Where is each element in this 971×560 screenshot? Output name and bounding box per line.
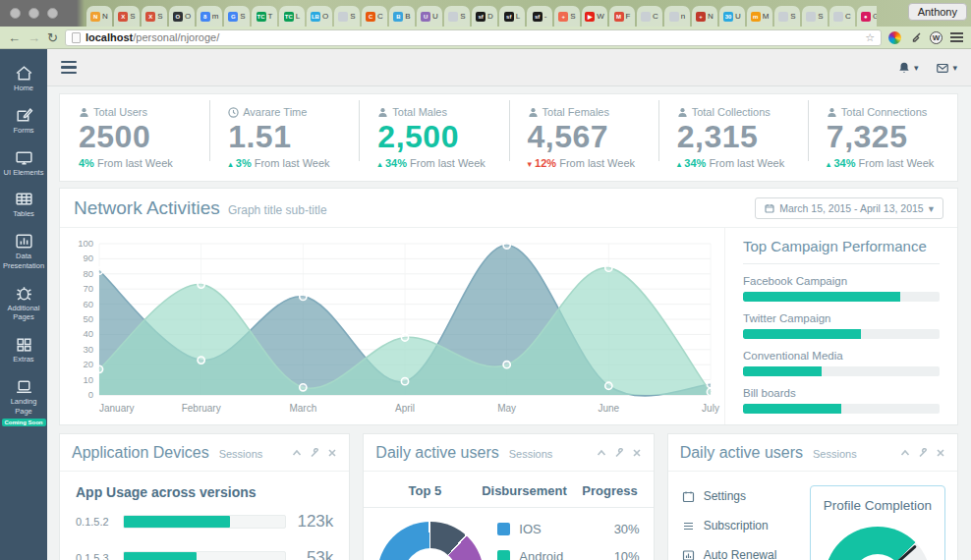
menu-item-auto-renewal[interactable]: Auto Renewal	[682, 548, 810, 560]
browser-tab[interactable]: S	[802, 6, 828, 27]
tab-title: L	[296, 12, 300, 21]
close-icon[interactable]	[936, 448, 945, 458]
campaign-label: Facebook Campaign	[743, 275, 940, 287]
stats-row: Total Users 2500 4% From last Week Avara…	[59, 93, 958, 182]
browser-tab[interactable]: sfL	[499, 6, 525, 27]
browser-tab[interactable]: 30U	[719, 6, 745, 27]
tab-favicon-icon: N	[90, 12, 100, 22]
browser-tab[interactable]: TCL	[279, 6, 305, 27]
browser-tab[interactable]: ▶W	[582, 6, 607, 27]
browser-tab[interactable]: S	[334, 6, 360, 27]
panel-title: Network Activities	[74, 197, 220, 219]
version-row: 0.1.5.2 123k	[76, 512, 333, 532]
stat-value: 2,315	[677, 119, 808, 155]
browser-tab-strip: NNXSXSOO8mGSTCTTCLLBOSCCBBUUSsfDsfLsf-+S…	[0, 0, 971, 27]
browser-tab[interactable]: S	[444, 6, 470, 27]
sidebar-item-tables[interactable]: Tables	[0, 184, 47, 226]
progress-track	[123, 551, 286, 560]
browser-tab[interactable]: XS	[142, 6, 167, 27]
progress-fill	[124, 552, 197, 560]
stat-label: Avarare Time	[243, 106, 307, 118]
bookmark-star-icon[interactable]: ☆	[865, 31, 875, 44]
chrome-menu-icon[interactable]	[950, 32, 963, 42]
sidebar-item-forms[interactable]: Forms	[0, 100, 47, 142]
browser-tab[interactable]: mM	[747, 6, 772, 27]
browser-tab[interactable]: +S	[554, 6, 580, 27]
campaign-label: Bill boards	[743, 387, 940, 399]
sidebar-item-ui-elements[interactable]: UI Elements	[0, 142, 47, 185]
browser-tab[interactable]: XS	[114, 6, 140, 27]
version-row: 0.1.5.3 53k	[76, 548, 333, 560]
browser-tab[interactable]: sf-	[527, 6, 552, 27]
wrench-icon[interactable]	[918, 448, 928, 458]
back-icon[interactable]: ←	[8, 31, 21, 44]
browser-tab[interactable]: TCT	[252, 6, 277, 27]
browser-tab[interactable]: n	[664, 6, 690, 27]
tab-favicon-icon: O	[173, 12, 183, 22]
collapse-icon[interactable]	[900, 448, 910, 458]
window-controls	[10, 8, 58, 19]
browser-tab[interactable]: BB	[389, 6, 415, 27]
minimize-window-button[interactable]	[29, 8, 39, 19]
menu-item-subscription[interactable]: Subscription	[682, 519, 810, 532]
collapse-icon[interactable]	[597, 448, 606, 458]
tab-title: L	[516, 12, 520, 21]
reload-icon[interactable]: ↻	[47, 31, 58, 44]
area-chart: 0102030405060708090100JanuaryFebruaryMar…	[60, 228, 724, 424]
delta-pct: 34%	[385, 157, 407, 169]
menu-item-settings[interactable]: Settings	[682, 489, 810, 503]
browser-tab[interactable]: CC	[362, 6, 387, 27]
sidebar-item-additional-pages[interactable]: Additional Pages	[0, 278, 47, 330]
delta-suffix: From last Week	[410, 157, 486, 169]
tab-favicon-icon: 8	[200, 12, 210, 22]
address-bar[interactable]: localhost/personal/njoroge/ ☆	[65, 29, 882, 46]
browser-tab[interactable]: sfD	[472, 6, 497, 27]
notifications-dropdown[interactable]: ▾	[897, 61, 919, 75]
browser-tab[interactable]: S	[774, 6, 800, 27]
browser-tab[interactable]: GS	[224, 6, 250, 27]
browser-tab[interactable]: +N	[692, 6, 717, 27]
forward-icon[interactable]: →	[28, 31, 40, 44]
svg-text:50: 50	[83, 313, 93, 324]
browser-tab[interactable]: ●G	[857, 6, 877, 27]
messages-dropdown[interactable]: ▾	[936, 61, 957, 75]
browser-tab[interactable]: C	[637, 6, 662, 27]
wrench-icon[interactable]	[310, 448, 319, 458]
wrench-icon[interactable]	[614, 448, 624, 458]
user-icon	[677, 107, 688, 118]
sidebar-item-home[interactable]: Home	[0, 58, 47, 100]
colorwheel-extension-icon[interactable]	[888, 31, 901, 44]
browser-tab[interactable]: MF	[609, 6, 635, 27]
sidebar-item-data-presentation[interactable]: Data Presentation	[0, 226, 47, 278]
progress-fill	[743, 292, 900, 302]
collapse-icon[interactable]	[292, 448, 302, 458]
browser-tab[interactable]: 8m	[197, 6, 222, 27]
browser-tab[interactable]: UU	[417, 6, 442, 27]
close-icon[interactable]	[327, 448, 337, 458]
browser-tab[interactable]: OO	[169, 6, 195, 27]
maximize-window-button[interactable]	[47, 8, 58, 19]
caret-down-icon: ▾	[952, 63, 957, 73]
card-title: Application Devices	[72, 444, 209, 462]
tab-title: C	[653, 12, 658, 21]
close-window-button[interactable]	[10, 8, 21, 19]
tab-favicon-icon: LB	[311, 12, 320, 22]
gauge-title: Profile Completion	[819, 498, 937, 513]
sidebar-toggle-icon[interactable]	[61, 61, 77, 75]
sidebar-item-extras[interactable]: Extras	[0, 329, 47, 371]
eyedropper-extension-icon[interactable]	[909, 31, 922, 44]
close-icon[interactable]	[632, 448, 642, 458]
tab-favicon-icon: M	[614, 12, 624, 22]
browser-tab[interactable]: C	[829, 6, 855, 27]
w-extension-icon[interactable]: W	[930, 31, 942, 44]
windows-icon	[15, 336, 33, 353]
browser-tab[interactable]: NN	[86, 6, 112, 27]
tab-title: W	[597, 12, 604, 21]
browser-profile-button[interactable]: Anthony	[908, 3, 967, 21]
sidebar-item-landing-page[interactable]: Landing Page Coming Soon	[0, 371, 47, 434]
date-range-picker[interactable]: March 15, 2015 - April 13, 2015 ▾	[755, 197, 943, 219]
tab-title: S	[570, 12, 575, 21]
delta-suffix: From last Week	[97, 157, 173, 169]
browser-tab[interactable]: LBO	[307, 6, 332, 27]
column-header: Top 5	[377, 483, 472, 498]
